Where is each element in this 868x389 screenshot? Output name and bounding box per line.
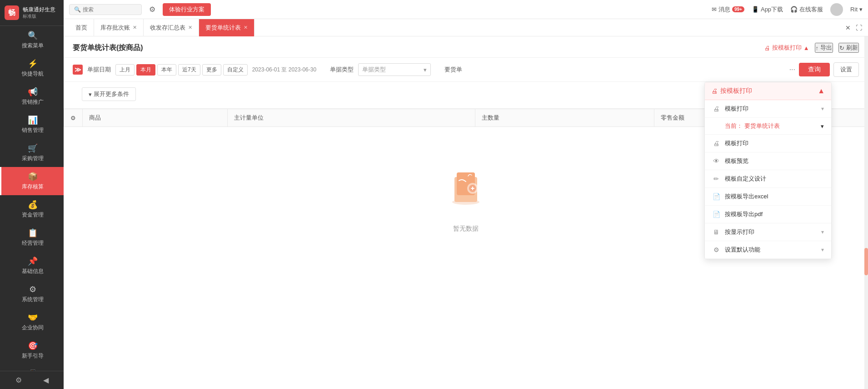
tab-close-icon[interactable]: ✕ [133,25,137,30]
date-btn-custom[interactable]: 自定义 [223,64,248,76]
sidebar-item-purchase[interactable]: 🛒 采购管理 [0,139,64,167]
dropdown-template-print[interactable]: 🖨 模板打印 [705,135,831,152]
refresh-button[interactable]: ↻ 刷新 [838,43,859,53]
query-button[interactable]: 查询 [799,63,830,76]
online-service-label: 在线客服 [799,5,823,14]
messages-button[interactable]: ✉ 消息 99+ [712,5,744,14]
app-logo: 畅 畅康通好生意 标准版 [0,0,64,26]
sidebar-item-label: 系统管理 [22,296,44,303]
date-buttons: 上月 本月 本年 近7天 更多 自定义 [115,64,248,76]
tab-window-actions: ✕ ⛶ [844,24,868,31]
sidebar-item-search[interactable]: 🔍 搜索菜单 [0,26,64,54]
date-btn-last-month[interactable]: 上月 [115,64,135,76]
current-item-label: 模板打印 [725,105,748,113]
marketing-icon: 📢 [28,87,38,97]
table-header-product: 商品 [83,109,228,127]
app-download-button[interactable]: 📱 App下载 [752,5,783,14]
dropdown-current-item[interactable]: 🖨 模板打印 ▾ [705,100,831,118]
type-select[interactable]: 单据类型 ▾ [358,63,431,76]
sub-arrow-icon: ▾ [821,106,824,112]
dropdown-collapse-button[interactable]: ▲ [818,87,825,95]
page-actions: 🖨 按模板打印 ▲ ↑ 导出 ↻ 刷新 [764,43,859,53]
collapse-icon[interactable]: ◀ [43,376,49,384]
more-options-icon[interactable]: ··· [789,66,795,74]
purchase-icon: 🛒 [28,143,38,153]
dropdown-template-excel[interactable]: 📄 按模板导出excel [705,188,831,206]
dropdown-template-preview[interactable]: 👁 模板预览 [705,152,831,170]
sidebar-item-sales[interactable]: 📊 销售管理 [0,111,64,139]
sidebar-bottom: ⚙ ◀ [0,371,64,389]
topbar-right: ✉ 消息 99+ 📱 App下载 🎧 在线客服 Rit ▾ [712,3,863,16]
tab-home-label: 首页 [75,24,87,32]
tabbar: 首页 库存批次账 ✕ 收发存汇总表 ✕ 要货单统计表 ✕ ✕ ⛶ [64,19,868,36]
date-btn-this-month[interactable]: 本月 [136,64,155,76]
sidebar-item-guide[interactable]: 🎯 新手引导 [0,336,64,364]
online-service-button[interactable]: 🎧 在线客服 [790,5,823,14]
sidebar-item-marketing[interactable]: 📢 营销推广 [0,82,64,111]
topbar-search-box[interactable]: 🔍 [69,4,142,15]
template-print-button[interactable]: 🖨 按模板打印 ▲ [764,44,809,52]
page-title: 要货单统计表(按商品) [73,43,143,53]
filter-expand-button[interactable]: ≫ [73,65,83,75]
preview-icon: 👁 [712,157,720,165]
enterprise-icon: 🤝 [28,313,38,323]
tab-close-icon[interactable]: ✕ [244,25,248,30]
sidebar-item-appstore[interactable]: 📱 应用中心 [0,364,64,371]
tab-close-icon[interactable]: ✕ [188,25,192,30]
sidebar-item-quick-nav[interactable]: ⚡ 快捷导航 [0,54,64,82]
dropdown-default-fn[interactable]: ⚙ 设置默认功能 ▾ [705,241,831,259]
sidebar-item-system[interactable]: ⚙ 系统管理 [0,280,64,308]
settings-icon[interactable]: ⚙ [15,376,22,384]
operations-icon: 📋 [28,228,38,238]
sidebar-item-label: 新手引导 [22,352,44,360]
dropdown-template-design[interactable]: ✏ 模板自定义设计 [705,170,831,188]
scrollbar-thumb[interactable] [864,248,868,275]
table-header-settings[interactable]: ⚙ [64,109,83,127]
chevron-down-icon: ▾ [89,91,92,98]
current-sub-arrow: ▾ [821,123,824,130]
sidebar-item-operations[interactable]: 📋 经营管理 [0,223,64,252]
search-input[interactable] [83,6,137,13]
date-range-display: 2023-06-01 至 2023-06-30 [252,66,316,74]
sub-arrow-icon: ▾ [821,229,824,235]
export-icon: ↑ [816,45,819,51]
tab-order-stats[interactable]: 要货单统计表 ✕ [199,19,254,36]
app-name: 畅康通好生意 [23,6,55,14]
current-item-icon: 🖨 [712,105,720,112]
filter-settings-button[interactable]: 设置 [833,62,859,77]
current-label-badge: 当前：要货单统计表 [725,122,780,130]
tab-inventory-batch[interactable]: 库存批次账 ✕ [94,19,144,36]
date-btn-7days[interactable]: 近7天 [178,64,200,76]
trial-button[interactable]: 体验行业方案 [163,3,211,16]
chevron-up-icon: ▲ [803,45,809,51]
chevron-down-icon: ▾ [424,66,427,73]
messages-badge: 99+ [732,6,744,12]
settings-button[interactable]: ⚙ [145,3,159,15]
sidebar-item-label: 经营管理 [22,239,44,247]
date-btn-this-year[interactable]: 本年 [157,64,176,76]
sidebar-item-label: 企业协同 [22,324,44,332]
page-container: 要货单统计表(按商品) 🖨 按模板打印 ▲ ↑ 导出 ↻ 刷新 [64,36,868,389]
date-btn-more[interactable]: 更多 [202,64,221,76]
template-print-item-label: 模板打印 [725,139,748,147]
dropdown-display-print[interactable]: 🖥 按显示打印 ▾ [705,223,831,241]
sidebar-item-inventory[interactable]: 📦 库存核算 [0,167,64,195]
dropdown-current-sub-label[interactable]: 当前：要货单统计表 ▾ [705,118,831,135]
tab-collection-summary[interactable]: 收发存汇总表 ✕ [144,19,199,36]
search-icon: 🔍 [74,6,81,13]
avatar[interactable] [830,3,843,16]
export-button[interactable]: ↑ 导出 [815,43,833,53]
user-name[interactable]: Rit ▾ [850,6,863,13]
sidebar-item-finance[interactable]: 💰 资金管理 [0,195,64,223]
tab-collection-label: 收发存汇总表 [150,24,185,32]
sidebar-item-label: 营销推广 [22,98,44,106]
tab-home[interactable]: 首页 [69,19,94,36]
sidebar-nav: 🔍 搜索菜单 ⚡ 快捷导航 📢 营销推广 📊 销售管理 🛒 采购管理 📦 库存核… [0,26,64,371]
sidebar-item-enterprise[interactable]: 🤝 企业协同 [0,308,64,336]
dropdown-template-pdf[interactable]: 📄 按模板导出pdf [705,206,831,223]
sidebar-item-basic[interactable]: 📌 基础信息 [0,252,64,280]
maximize-window-button[interactable]: ⛶ [855,24,863,31]
close-window-button[interactable]: ✕ [844,24,852,31]
expand-more-button[interactable]: ▾ 展开更多条件 [82,87,136,101]
right-scrollbar[interactable] [864,36,868,389]
